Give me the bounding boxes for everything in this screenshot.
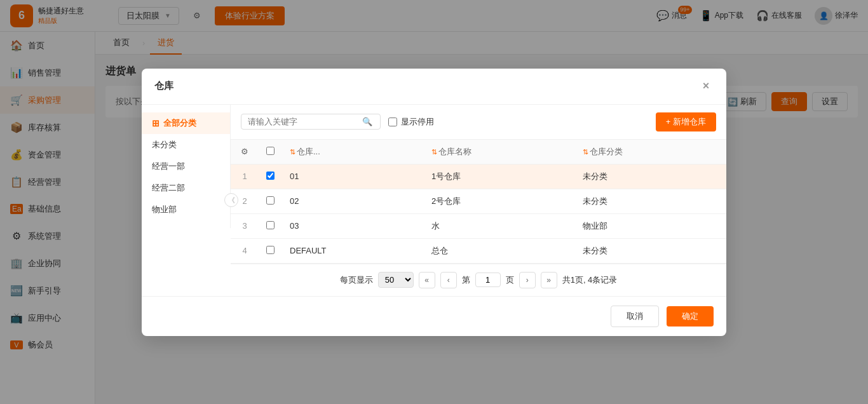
page-unit-label: 页 xyxy=(506,274,514,286)
table-row: 4 DEFAULT 总仓 未分类 xyxy=(231,238,726,263)
dialog-sidebar-wrapper: ⊞ 全部分类 未分类 经营一部 经营二部 物业部 xyxy=(142,105,231,296)
row-name: 2号仓库 xyxy=(424,189,575,213)
prev-page-button[interactable]: ‹ xyxy=(440,272,457,288)
grid-icon: ⊞ xyxy=(152,118,159,128)
dialog-close-button[interactable]: × xyxy=(698,79,714,94)
row-category: 未分类 xyxy=(575,164,726,189)
search-icon: 🔍 xyxy=(362,117,372,126)
row-checkbox[interactable] xyxy=(266,196,275,205)
search-box[interactable]: 🔍 xyxy=(241,114,381,130)
dialog-toolbar: 🔍 显示停用 + 新增仓库 xyxy=(231,105,726,140)
dialog-sidebar-all[interactable]: ⊞ 全部分类 xyxy=(142,112,230,134)
row-category: 未分类 xyxy=(575,238,726,263)
warehouse-dialog: 仓库 × ⊞ 全部分类 未分类 经营一部 xyxy=(142,69,726,336)
total-label: 共1页, 4条记录 xyxy=(562,274,618,286)
row-checkbox-cell[interactable] xyxy=(259,213,282,238)
col-code: ⇅仓库... xyxy=(282,140,424,165)
col-settings: ⚙ xyxy=(231,140,259,165)
search-input[interactable] xyxy=(248,117,362,126)
table-row: 2 02 2号仓库 未分类 xyxy=(231,189,726,213)
dialog-sidebar-uncat[interactable]: 未分类 xyxy=(142,134,230,156)
modal-overlay: 仓库 × ⊞ 全部分类 未分类 经营一部 xyxy=(0,0,868,404)
dialog-body: ⊞ 全部分类 未分类 经营一部 经营二部 物业部 xyxy=(142,105,726,296)
sort-icon-code: ⇅ xyxy=(290,148,295,156)
table-row: 3 03 水 物业部 xyxy=(231,213,726,238)
row-name: 1号仓库 xyxy=(424,164,575,189)
warehouse-table: ⚙ ⇅仓库... ⇅仓库名称 ⇅仓库分类 1 01 1号仓库 未分类 2 xyxy=(231,140,726,264)
dialog-main: 🔍 显示停用 + 新增仓库 ⚙ xyxy=(231,105,726,296)
row-num: 4 xyxy=(231,238,259,263)
row-category: 未分类 xyxy=(575,189,726,213)
select-all-checkbox[interactable] xyxy=(266,147,275,155)
dialog-sidebar-dept1[interactable]: 经营一部 xyxy=(142,156,230,177)
sort-icon-category: ⇅ xyxy=(583,148,588,156)
row-name: 水 xyxy=(424,213,575,238)
cancel-button[interactable]: 取消 xyxy=(611,306,659,327)
row-code: DEFAULT xyxy=(282,238,424,263)
dialog-sidebar-dept1-label: 经营一部 xyxy=(152,161,185,172)
row-checkbox-cell[interactable] xyxy=(259,238,282,263)
last-page-button[interactable]: » xyxy=(541,272,557,288)
row-num: 1 xyxy=(231,164,259,189)
row-checkbox[interactable] xyxy=(266,172,275,180)
pagination-bar: 每页显示 50 10 20 100 « ‹ 第 页 › » 共1页, 4条记录 xyxy=(231,264,726,296)
row-checkbox-cell[interactable] xyxy=(259,189,282,213)
row-checkbox-cell[interactable] xyxy=(259,164,282,189)
dialog-sidebar-all-label: 全部分类 xyxy=(163,118,196,129)
dialog-sidebar-dept2[interactable]: 经营二部 xyxy=(142,177,230,199)
table-header-row: ⚙ ⇅仓库... ⇅仓库名称 ⇅仓库分类 xyxy=(231,140,726,165)
row-code: 03 xyxy=(282,213,424,238)
next-page-button[interactable]: › xyxy=(519,272,536,288)
row-code: 02 xyxy=(282,189,424,213)
show-disabled-checkbox[interactable] xyxy=(388,118,397,126)
dialog-sidebar-property[interactable]: 物业部 xyxy=(142,199,230,220)
col-name: ⇅仓库名称 xyxy=(424,140,575,165)
row-name: 总仓 xyxy=(424,238,575,263)
table-row: 1 01 1号仓库 未分类 xyxy=(231,164,726,189)
confirm-button[interactable]: 确定 xyxy=(667,306,714,327)
dialog-sidebar: ⊞ 全部分类 未分类 经营一部 经营二部 物业部 xyxy=(142,105,231,228)
dialog-sidebar-dept2-label: 经营二部 xyxy=(152,182,185,194)
page-number-input[interactable] xyxy=(475,273,501,287)
warehouse-table-wrapper: ⚙ ⇅仓库... ⇅仓库名称 ⇅仓库分类 1 01 1号仓库 未分类 2 xyxy=(231,140,726,264)
page-label: 第 xyxy=(462,274,470,286)
row-num: 3 xyxy=(231,213,259,238)
row-code: 01 xyxy=(282,164,424,189)
first-page-button[interactable]: « xyxy=(419,272,435,288)
show-disabled-label[interactable]: 显示停用 xyxy=(388,116,434,128)
col-category: ⇅仓库分类 xyxy=(575,140,726,165)
row-category: 物业部 xyxy=(575,213,726,238)
col-checkbox xyxy=(259,140,282,165)
sidebar-collapse-button[interactable]: 《 xyxy=(224,193,238,207)
per-page-select[interactable]: 50 10 20 100 xyxy=(378,272,414,288)
row-checkbox[interactable] xyxy=(266,221,275,229)
dialog-action-footer: 取消 确定 xyxy=(142,296,726,336)
row-checkbox[interactable] xyxy=(266,246,275,254)
per-page-label: 每页显示 xyxy=(340,274,373,286)
dialog-header: 仓库 × xyxy=(142,69,726,105)
dialog-title: 仓库 xyxy=(154,80,173,92)
dialog-sidebar-uncat-label: 未分类 xyxy=(152,139,177,151)
add-warehouse-button[interactable]: + 新增仓库 xyxy=(656,112,716,131)
dialog-sidebar-property-label: 物业部 xyxy=(152,204,177,215)
sort-icon-name: ⇅ xyxy=(431,148,437,156)
